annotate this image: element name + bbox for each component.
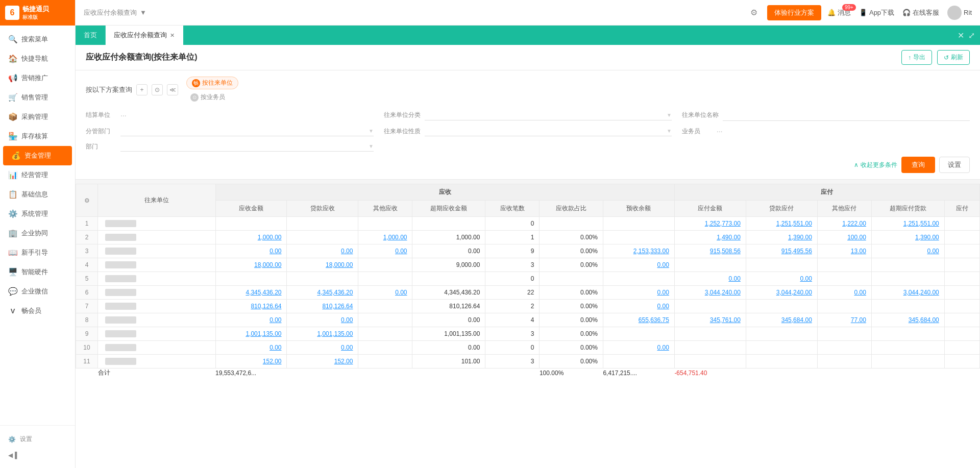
sidebar-footer-settings[interactable]: ⚙️ 设置 — [0, 431, 75, 448]
row-cell[interactable]: 1,001,135.00 — [215, 327, 287, 341]
row-cell[interactable]: 0.00 — [215, 313, 287, 327]
sidebar-item-finance[interactable]: 💰 资金管理 — [3, 146, 72, 165]
service-button[interactable]: 🎧 在线客服 — [902, 8, 939, 17]
tab-close-window-button[interactable]: ✕ — [958, 31, 964, 40]
row-cell[interactable]: 77.00 — [817, 313, 871, 327]
refresh-button[interactable]: ↺ 刷新 — [937, 50, 970, 65]
row-cell[interactable]: 1,222.00 — [817, 217, 871, 231]
partner-category-select[interactable]: ▼ — [425, 110, 672, 120]
breadcrumb-dropdown-icon[interactable]: ▼ — [140, 9, 146, 16]
query-button[interactable]: 查询 — [901, 157, 935, 173]
row-cell[interactable]: 3,044,240.00 — [871, 286, 944, 300]
filter-scheme-settings-button[interactable]: ⊙ — [152, 84, 163, 95]
summary-receivable-amount[interactable]: 19,553,472,6... — [215, 368, 287, 378]
filter-collapse-button[interactable]: ∧ 收起更多条件 — [854, 157, 897, 173]
sidebar-item-purchase[interactable]: 📦 采购管理 — [0, 107, 75, 127]
row-cell[interactable]: 1,251,551.00 — [871, 217, 944, 231]
partner-nature-select[interactable]: ▼ — [425, 126, 672, 136]
division-dept-label: 分管部门 — [86, 127, 116, 136]
row-cell[interactable]: 0.00 — [358, 286, 412, 300]
row-cell[interactable]: 1,390.00 — [871, 231, 944, 244]
settlement-unit-input[interactable]: ··· — [120, 111, 127, 119]
salesman-input[interactable]: ··· — [717, 127, 723, 135]
row-cell[interactable]: 915,508.56 — [674, 244, 746, 258]
filter-scheme-salesman[interactable]: ⊙ 按业务员 — [186, 91, 238, 103]
tab-close-icon[interactable]: ✕ — [170, 32, 175, 39]
row-cell[interactable]: 1,000.00 — [215, 231, 287, 244]
tab-ar-ap[interactable]: 应收应付余额查询 ✕ — [106, 26, 183, 45]
row-cell[interactable]: 1,251,551.00 — [746, 217, 817, 231]
row-cell[interactable]: 345,761.00 — [674, 313, 746, 327]
row-cell[interactable]: 18,000.00 — [287, 258, 358, 272]
row-cell[interactable]: 0.00 — [215, 244, 287, 258]
row-cell[interactable]: 0.00 — [287, 244, 358, 258]
row-cell[interactable]: 345,684.00 — [746, 313, 817, 327]
row-cell[interactable]: 152.00 — [287, 355, 358, 368]
row-cell[interactable]: 655,636.75 — [603, 313, 674, 327]
row-cell[interactable]: 810,126.64 — [215, 300, 287, 313]
row-cell[interactable]: 3,044,240.00 — [674, 286, 746, 300]
sidebar-item-member[interactable]: V 畅会员 — [0, 301, 75, 321]
tab-home[interactable]: 首页 — [76, 26, 106, 45]
export-button[interactable]: ↑ 导出 — [901, 50, 932, 65]
filter-scheme-partner[interactable]: 畅 按往来单位 — [186, 77, 238, 89]
sidebar-item-basic-info[interactable]: 📋 基础信息 — [0, 185, 75, 204]
row-cell[interactable]: 0.00 — [674, 272, 746, 286]
row-cell[interactable]: 18,000.00 — [215, 258, 287, 272]
row-cell[interactable]: 2,153,333.00 — [603, 244, 674, 258]
row-cell[interactable]: 345,684.00 — [871, 313, 944, 327]
row-cell[interactable]: 0.00 — [603, 286, 674, 300]
dept-select[interactable]: ▼ — [120, 141, 374, 152]
row-cell[interactable]: 4,345,436.20 — [215, 286, 287, 300]
row-cell[interactable]: 1,252,773.00 — [674, 217, 746, 231]
sidebar-item-marketing[interactable]: 📢 营销推广 — [0, 68, 75, 88]
user-menu-button[interactable]: Rit — [947, 6, 972, 20]
sidebar-item-corp[interactable]: 🏢 企业协同 — [0, 224, 75, 243]
sidebar-item-guide[interactable]: 📖 新手引导 — [0, 243, 75, 262]
row-cell[interactable]: 810,126.64 — [287, 300, 358, 313]
row-cell[interactable]: 1,490.00 — [674, 231, 746, 244]
sidebar-item-weixin[interactable]: 💬 企业微信 — [0, 282, 75, 301]
industry-solution-button[interactable]: 体验行业方案 — [767, 5, 821, 20]
row-cell[interactable]: 0.00 — [287, 341, 358, 355]
row-cell[interactable]: 0.00 — [871, 244, 944, 258]
sidebar-item-search[interactable]: 🔍 搜索菜单 — [0, 30, 75, 49]
row-cell[interactable]: 152.00 — [215, 355, 287, 368]
summary-row: 合计 19,553,472,6... 100.00% 6,417,215....… — [76, 368, 980, 378]
sidebar-item-operation[interactable]: 📊 经营管理 — [0, 165, 75, 185]
sidebar-item-hardware[interactable]: 🖥️ 智能硬件 — [0, 262, 75, 282]
division-dept-select[interactable]: ▼ — [120, 126, 374, 136]
sidebar-item-sales[interactable]: 🛒 销售管理 — [0, 88, 75, 107]
row-cell[interactable]: 0.00 — [603, 341, 674, 355]
notifications-button[interactable]: 🔔 消息 99+ — [827, 8, 851, 17]
table-settings-button[interactable]: ⚙ — [81, 195, 92, 206]
row-cell[interactable]: 1,390.00 — [746, 231, 817, 244]
row-cell[interactable]: 3,044,240.00 — [746, 286, 817, 300]
filter-collapse-scheme-button[interactable]: ≪ — [167, 84, 178, 95]
summary-prepaid-balance[interactable]: 6,417,215.... — [603, 368, 674, 378]
tab-maximize-button[interactable]: ⤢ — [968, 31, 975, 40]
row-cell[interactable]: 0.00 — [603, 300, 674, 313]
sidebar-item-inventory[interactable]: 🏪 库存核算 — [0, 127, 75, 146]
header-gear-button[interactable]: ⚙ — [747, 6, 761, 20]
row-cell[interactable]: 0.00 — [215, 341, 287, 355]
row-cell[interactable]: 0.00 — [358, 244, 412, 258]
sidebar-item-quick-nav[interactable]: 🏠 快捷导航 — [0, 49, 75, 68]
settings-filter-button[interactable]: 设置 — [939, 157, 970, 173]
row-cell[interactable]: 1,000.00 — [358, 231, 412, 244]
row-cell[interactable]: 0.00 — [603, 258, 674, 272]
row-cell[interactable]: 4,345,436.20 — [287, 286, 358, 300]
row-cell[interactable]: 0.00 — [817, 286, 871, 300]
filter-add-button[interactable]: + — [136, 84, 148, 95]
row-cell[interactable]: 13.00 — [817, 244, 871, 258]
sidebar-footer-collapse[interactable]: ◀▐ — [0, 448, 75, 463]
sidebar-item-system[interactable]: ⚙️ 系统管理 — [0, 204, 75, 224]
row-cell[interactable]: 1,001,135.00 — [287, 327, 358, 341]
app-download-button[interactable]: 📱 App下载 — [859, 8, 894, 17]
row-cell[interactable]: 0.00 — [746, 272, 817, 286]
row-cell[interactable]: 100.00 — [817, 231, 871, 244]
row-index: 1 — [76, 217, 98, 231]
row-cell[interactable]: 915,495.56 — [746, 244, 817, 258]
partner-name-input[interactable] — [723, 109, 970, 121]
row-cell[interactable]: 0.00 — [287, 313, 358, 327]
